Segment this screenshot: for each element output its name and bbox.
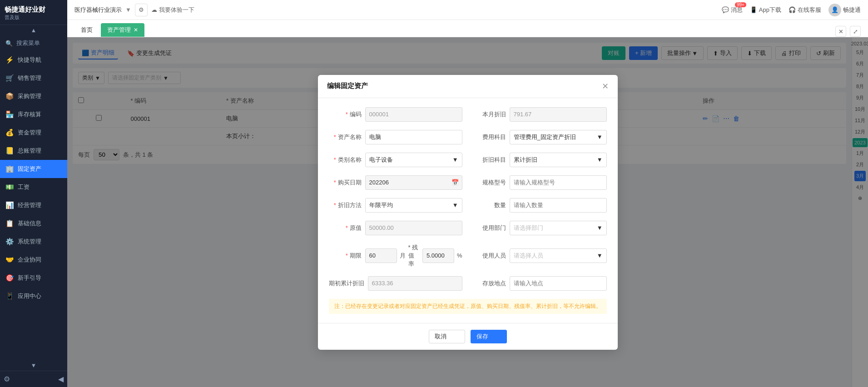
purchase-date-input[interactable] [365, 175, 462, 190]
spec-label: 规格型号 [473, 179, 506, 187]
tabbar: 首页 资产管理 ✕ ✕ ⤢ [67, 20, 868, 37]
service-icon: 🎧 [789, 6, 796, 13]
sidebar-item-sales[interactable]: 🛒 销售管理 [0, 69, 67, 87]
experience-button[interactable]: ☁ 我要体验一下 [151, 6, 194, 14]
modal-note: 注：已经存在变更记录或者对应固定资产已经生成凭证，原值、购买日期、残值率、累计折… [329, 299, 607, 314]
edit-asset-modal: 编辑固定资产 ✕ 编码 本月折旧 [318, 75, 618, 350]
user-select[interactable]: 请选择人员 ▼ [510, 248, 607, 263]
main-area: 医疗器械行业演示 ▼ ⚙ ☁ 我要体验一下 💬 消息 99+ 📱 App下载 🎧… [67, 0, 868, 387]
residual-rate-input[interactable] [422, 248, 454, 263]
original-value-input[interactable] [365, 221, 462, 235]
sidebar-item-general[interactable]: 📒 总账管理 [0, 142, 67, 160]
tab-maximize-btn[interactable]: ⤢ [850, 26, 861, 37]
save-button[interactable]: 保存 [471, 330, 507, 343]
form-group-expense-subject: 费用科目 管理费用_固定资产折旧 ▼ [473, 130, 607, 144]
sidebar-item-appcenter[interactable]: 📱 应用中心 [0, 287, 67, 305]
dep-method-select[interactable]: 年限平均 ▼ [365, 198, 462, 213]
quantity-input[interactable] [510, 198, 607, 213]
settings-icon[interactable]: ⚙ [4, 375, 10, 383]
sidebar-item-system[interactable]: ⚙️ 系统管理 [0, 233, 67, 251]
sidebar-item-operation[interactable]: 📊 经营管理 [0, 196, 67, 214]
app-download-icon: 📱 [750, 6, 757, 13]
sidebar-item-quicknav[interactable]: ⚡ 快捷导航 [0, 51, 67, 69]
app-download-button[interactable]: 📱 App下载 [750, 6, 781, 14]
sidebar-item-wage[interactable]: 💵 工资 [0, 178, 67, 196]
message-badge: 99+ [735, 2, 746, 7]
form-group-dep-subject: 折旧科目 累计折旧 ▼ [473, 153, 607, 167]
dept-label: 使用部门 [473, 224, 506, 232]
form-row-1: 编码 本月折旧 [329, 107, 607, 122]
sidebar-item-guide[interactable]: 🎯 新手引导 [0, 269, 67, 287]
category-name-label: 类别名称 [329, 156, 362, 164]
dep-subject-label: 折旧科目 [473, 156, 506, 164]
sidebar-nav: 🛒 销售管理 📦 采购管理 🏪 库存核算 💰 资金管理 📒 总账管理 🏢 固定资… [0, 69, 67, 360]
company-name[interactable]: 医疗器械行业演示 [74, 6, 122, 14]
asset-name-input[interactable] [365, 130, 462, 144]
sidebar-item-purchase[interactable]: 📦 采购管理 [0, 87, 67, 105]
user-dropdown-icon: ▼ [597, 252, 603, 259]
sidebar-scroll-up[interactable]: ▲ [0, 25, 67, 35]
tab-close-window-btn[interactable]: ✕ [835, 26, 846, 37]
sidebar-item-purchase-label: 采购管理 [18, 92, 41, 100]
sidebar-search-label: 搜索菜单 [16, 39, 40, 47]
app-download-label: App下载 [759, 6, 781, 14]
form-row-6: 原值 使用部门 请选择部门 ▼ [329, 221, 607, 235]
tab-home[interactable]: 首页 [74, 23, 99, 37]
form-group-quantity: 数量 [473, 198, 607, 213]
dep-method-value: 年限平均 [369, 201, 393, 209]
storage-input[interactable] [510, 276, 607, 291]
search-icon: 🔍 [5, 40, 13, 47]
topbar-left: 医疗器械行业演示 ▼ ⚙ ☁ 我要体验一下 [74, 4, 194, 16]
dep-subject-select[interactable]: 累计折旧 ▼ [510, 153, 607, 167]
sidebar-item-appcenter-label: 应用中心 [18, 292, 41, 300]
sidebar-item-enterprise[interactable]: 🤝 企业协同 [0, 251, 67, 269]
settings-button[interactable]: ⚙ [135, 4, 148, 16]
storage-label: 存放地点 [473, 279, 506, 288]
user-profile-button[interactable]: 👤 畅捷通 [828, 4, 861, 16]
modal-close-button[interactable]: ✕ [602, 81, 609, 91]
sidebar-item-inventory[interactable]: 🏪 库存核算 [0, 105, 67, 124]
cancel-button[interactable]: 取消 [429, 330, 465, 343]
calendar-icon[interactable]: 📅 [451, 179, 459, 186]
sidebar-item-guide-label: 新手引导 [18, 274, 41, 282]
tab-asset-management[interactable]: 资产管理 ✕ [101, 23, 144, 37]
form-group-original-value: 原值 [329, 221, 462, 235]
company-dropdown-icon[interactable]: ▼ [125, 6, 131, 13]
modal-footer: 取消 保存 [318, 323, 618, 350]
opening-dep-input[interactable] [368, 276, 462, 291]
sidebar: 畅捷通好业财 普及版 ▲ 🔍 搜索菜单 ⚡ 快捷导航 🛒 销售管理 📦 采购管理… [0, 0, 67, 387]
message-button[interactable]: 💬 消息 99+ [722, 6, 743, 14]
experience-label: 我要体验一下 [159, 6, 194, 14]
form-row-3: 类别名称 电子设备 ▼ 折旧科目 累计折旧 ▼ [329, 153, 607, 167]
sidebar-logo: 畅捷通好业财 普及版 [0, 0, 67, 25]
sidebar-item-fund[interactable]: 💰 资金管理 [0, 124, 67, 142]
tab-close-icon[interactable]: ✕ [134, 27, 138, 33]
this-month-dep-input [510, 107, 607, 122]
fund-icon: 💰 [5, 129, 14, 137]
sidebar-item-fixed[interactable]: 🏢 固定资产 [0, 160, 67, 178]
dept-select[interactable]: 请选择部门 ▼ [510, 221, 607, 235]
period-input[interactable] [365, 248, 397, 263]
residual-rate-unit: % [457, 252, 462, 259]
expense-subject-select[interactable]: 管理费用_固定资产折旧 ▼ [510, 130, 607, 144]
sidebar-item-operation-label: 经营管理 [18, 201, 41, 209]
code-input[interactable] [365, 107, 462, 122]
form-group-code: 编码 [329, 107, 462, 122]
period-inline-group: 月 * 残值率 % [365, 243, 462, 268]
category-select[interactable]: 电子设备 ▼ [365, 153, 462, 167]
online-service-button[interactable]: 🎧 在线客服 [789, 6, 821, 14]
spec-input[interactable] [510, 175, 607, 190]
residual-rate-label: * 残值率 [408, 243, 420, 268]
purchase-date-label: 购买日期 [329, 179, 362, 187]
app-name: 畅捷通好业财 [5, 5, 63, 14]
sidebar-search[interactable]: 🔍 搜索菜单 [0, 35, 67, 51]
modal-header: 编辑固定资产 ✕ [318, 75, 618, 98]
sidebar-item-base[interactable]: 📋 基础信息 [0, 214, 67, 233]
expense-subject-value: 管理费用_固定资产折旧 [514, 133, 576, 141]
sidebar-item-general-label: 总账管理 [18, 147, 41, 155]
quicknav-label: 快捷导航 [18, 56, 41, 64]
sidebar-item-base-label: 基础信息 [18, 219, 41, 228]
collapse-sidebar-icon[interactable]: ◀ [58, 375, 64, 383]
sidebar-scroll-down[interactable]: ▼ [0, 360, 67, 371]
dep-method-label: 折旧方法 [329, 201, 362, 209]
